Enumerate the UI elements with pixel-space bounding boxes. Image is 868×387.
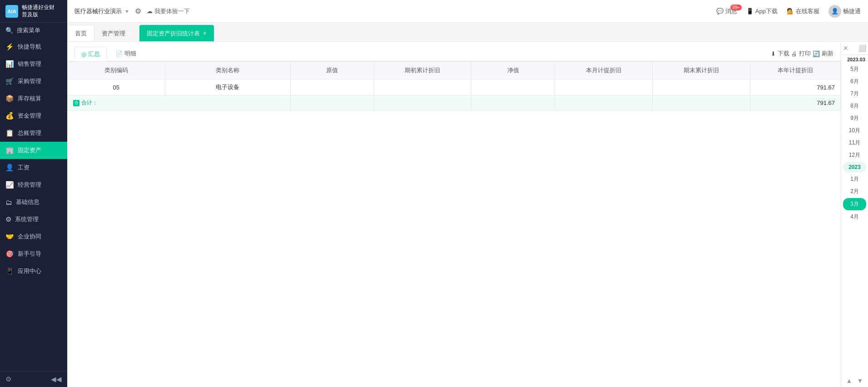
table-row: 05 电子设备 791.67 (68, 79, 841, 95)
tab-asset-management-label: 资产管理 (102, 30, 125, 38)
total-period-accum (374, 95, 471, 111)
sidebar-item-label: 快捷导航 (18, 43, 41, 51)
username: 畅捷通 (843, 7, 861, 15)
sidebar-search-menu[interactable]: 🔍 搜索菜单 (0, 23, 67, 38)
date-panel-header: ✕ ⬜ (841, 42, 868, 55)
date-nav-up-button[interactable]: ▲ (845, 376, 854, 385)
topbar-right: 💬 消息 99+ 📱 App下载 💁 在线客服 👤 畅捷通 (716, 5, 861, 18)
tab-fixed-asset-depreciation-close[interactable]: ✕ (203, 30, 207, 36)
sidebar-item-label: 应用中心 (18, 267, 41, 275)
inventory-icon: 📦 (5, 94, 14, 103)
sub-tab-detail-label: 明细 (124, 50, 136, 58)
date-nav-down-button[interactable]: ▼ (856, 376, 865, 385)
month-2022-6[interactable]: 6月 (841, 75, 868, 88)
month-2023-1[interactable]: 1月 (841, 173, 868, 185)
company-name: 医疗器械行业演示 (74, 7, 122, 15)
sidebar-item-ledger[interactable]: 📋 总账管理 (0, 124, 67, 142)
download-button[interactable]: ⬇ 下载 (771, 50, 789, 58)
print-label: 打印 (799, 50, 811, 58)
total-original-value (290, 95, 374, 111)
purchase-icon: 🛒 (5, 77, 14, 85)
tab-fixed-asset-depreciation-label: 固定资产折旧统计表 (147, 30, 200, 38)
month-2023-2[interactable]: 2月 (841, 185, 868, 198)
company-selector[interactable]: 医疗器械行业演示 ▼ (74, 7, 129, 15)
experience-button[interactable]: ☁ 我要体验一下 (147, 7, 190, 15)
month-2022-10[interactable]: 10月 (841, 124, 868, 137)
topbar-settings-icon[interactable]: ⚙ (135, 7, 141, 15)
sidebar-collapse-icon[interactable]: ◀◀ (51, 375, 62, 383)
sidebar-item-label: 工资 (18, 164, 30, 172)
date-panel-months: 5月 6月 7月 8月 9月 10月 11月 12月 2023 1月 2月 3月… (841, 63, 868, 374)
sidebar-item-fixed-assets[interactable]: 🏢 固定资产 (0, 142, 67, 159)
sub-tab-detail[interactable]: 📄 明细 (109, 46, 143, 61)
month-2022-11[interactable]: 11月 (841, 137, 868, 149)
messages-icon: 💬 (716, 8, 724, 15)
payroll-icon: 👤 (5, 164, 14, 172)
sidebar-item-basic-info[interactable]: 🗂 基础信息 (0, 194, 67, 211)
total-period-end-accum (652, 95, 750, 111)
sidebar-item-label: 系统管理 (15, 215, 39, 223)
month-2023-3[interactable]: 3月 (843, 198, 866, 210)
sidebar-item-label: 基础信息 (16, 198, 40, 206)
sidebar-item-payroll[interactable]: 👤 工资 (0, 159, 67, 176)
date-panel-expand-button[interactable]: ⬜ (858, 45, 866, 52)
sidebar-item-app-center[interactable]: 📱 应用中心 (0, 263, 67, 280)
month-2022-12[interactable]: 12月 (841, 149, 868, 161)
sidebar-nav-scroll: ⚡ 快捷导航 📊 销售管理 🛒 采购管理 📦 库存核算 💰 资金管理 📋 总账管… (0, 38, 67, 371)
sidebar-item-inventory[interactable]: 📦 库存核算 (0, 90, 67, 107)
month-2022-8[interactable]: 8月 (841, 100, 868, 112)
guide-icon: 🎯 (5, 250, 14, 258)
print-icon: 🖨 (791, 50, 797, 57)
sidebar-item-sales[interactable]: 📊 销售管理 (0, 55, 67, 73)
depreciation-table-wrapper: 类别编码 类别名称 原值 期初累计折旧 净值 本月计提折旧 期末累计折旧 本年计… (67, 61, 841, 387)
quick-nav-icon: ⚡ (5, 43, 14, 51)
sidebar-item-operations[interactable]: 📈 经营管理 (0, 176, 67, 194)
online-service-label: 在线客服 (796, 7, 819, 15)
app-download-label: App下载 (755, 7, 778, 15)
content-area: ◎ 汇总 📄 明细 ⬇ 下载 🖨 打印 🔄 (67, 42, 868, 387)
main-area: 医疗器械行业演示 ▼ ⚙ ☁ 我要体验一下 💬 消息 99+ 📱 App下载 💁… (67, 0, 868, 387)
col-header-category-code: 类别编码 (68, 62, 165, 79)
experience-label: 我要体验一下 (154, 7, 190, 15)
cell-period-end-accum (652, 79, 750, 95)
app-download-button[interactable]: 📱 App下载 (746, 7, 778, 15)
month-2022-5[interactable]: 5月 (841, 63, 868, 75)
year-2023-label[interactable]: 2023 (843, 162, 866, 173)
month-2023-4[interactable]: 4月 (841, 211, 868, 223)
tab-asset-management-close[interactable]: ✕ (128, 30, 132, 36)
tab-asset-management[interactable]: 资产管理 ✕ (94, 25, 139, 41)
sidebar-item-guide[interactable]: 🎯 新手引导 (0, 245, 67, 263)
enterprise-icon: 🤝 (5, 233, 14, 241)
sidebar-item-quick-nav[interactable]: ⚡ 快捷导航 (0, 38, 67, 55)
user-profile[interactable]: 👤 畅捷通 (828, 5, 861, 18)
detail-icon: 📄 (115, 50, 123, 57)
online-service-button[interactable]: 💁 在线客服 (787, 7, 819, 15)
sidebar-search-label: 搜索菜单 (17, 26, 40, 35)
summary-icon: ◎ (81, 51, 86, 58)
refresh-icon: 🔄 (813, 50, 820, 57)
month-2022-9[interactable]: 9月 (841, 112, 868, 124)
sidebar-item-label: 总账管理 (18, 129, 41, 137)
messages-button[interactable]: 💬 消息 99+ (716, 7, 737, 15)
sidebar-item-system[interactable]: ⚙ 系统管理 (0, 211, 67, 228)
tab-fixed-asset-depreciation[interactable]: 固定资产折旧统计表 ✕ (139, 25, 214, 41)
col-header-year-depreciation: 本年计提折旧 (750, 62, 840, 79)
sidebar-item-purchase[interactable]: 🛒 采购管理 (0, 73, 67, 90)
service-icon: 💁 (787, 8, 794, 15)
date-panel-close-button[interactable]: ✕ (843, 45, 848, 52)
refresh-button[interactable]: 🔄 刷新 (813, 50, 833, 58)
system-icon: ⚙ (5, 215, 11, 223)
month-2022-7[interactable]: 7月 (841, 88, 868, 100)
sidebar-item-enterprise[interactable]: 🤝 企业协同 (0, 228, 67, 245)
total-year-depreciation: 791.67 (750, 95, 840, 111)
total-icon: 合 (73, 100, 79, 106)
tab-home[interactable]: 首页 (67, 25, 94, 41)
sidebar-item-label: 经营管理 (18, 181, 41, 189)
print-button[interactable]: 🖨 打印 (791, 50, 811, 58)
sidebar-settings-icon[interactable]: ⚙ (5, 375, 11, 383)
sidebar-item-finance[interactable]: 💰 资金管理 (0, 107, 67, 124)
table-total-row: 合 合计： 791.67 (68, 95, 841, 111)
col-header-month-depreciation: 本月计提折旧 (555, 62, 653, 79)
download-icon: 📱 (746, 8, 754, 15)
sub-tab-summary[interactable]: ◎ 汇总 (74, 47, 107, 61)
